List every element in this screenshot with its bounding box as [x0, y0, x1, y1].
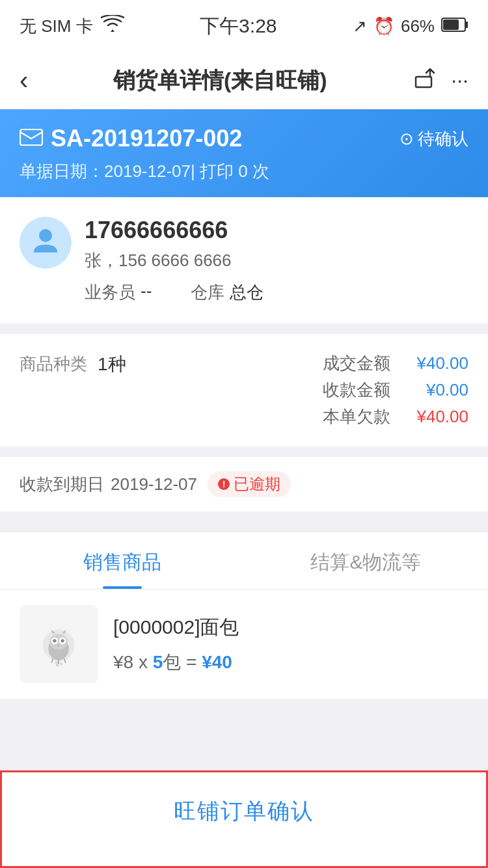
battery-text: 66% [401, 16, 435, 36]
confirm-button-wrapper: 旺铺订单确认 [0, 770, 488, 868]
location-icon: ↗ [353, 16, 367, 36]
battery-icon [441, 16, 468, 36]
order-status: ⊙ 待确认 [400, 128, 468, 150]
nav-bar: ‹ 销货单详情(来自旺铺) ··· [0, 52, 488, 109]
status-time: 下午3:28 [200, 13, 277, 40]
product-info: [0000002]面包 ¥8 x 5包 = ¥40 [113, 614, 468, 675]
customer-details: 17666666666 张，156 6666 6666 业务员 -- 仓库 总仓 [85, 217, 468, 304]
product-type-section: 商品种类 1种 [20, 352, 126, 377]
svg-rect-2 [443, 20, 459, 30]
order-header: SA-20191207-002 ⊙ 待确认 单据日期：2019-12-07| 打… [0, 109, 488, 197]
avatar-icon [30, 224, 61, 262]
customer-name: 张，156 6666 6666 [85, 249, 468, 272]
debt-amount-row: 本单欠款 ¥40.00 [323, 405, 468, 428]
overdue-icon: ! [218, 478, 230, 490]
status-bar: 无 SIM 卡 下午3:28 ↗ ⏰ 66% [0, 0, 488, 52]
customer-meta: 业务员 -- 仓库 总仓 [85, 281, 468, 304]
product-name: [0000002]面包 [113, 614, 468, 641]
amounts-section: 成交金额 ¥40.00 收款金额 ¥0.00 本单欠款 ¥40.00 [323, 352, 468, 428]
wifi-icon [101, 15, 124, 38]
product-price: ¥8 x 5包 = ¥40 [113, 650, 468, 675]
divider-2 [0, 446, 488, 457]
customer-card: 17666666666 张，156 6666 6666 业务员 -- 仓库 总仓 [0, 197, 488, 323]
tab-settlement-logistics[interactable]: 结算&物流等 [244, 532, 488, 589]
due-date-label: 收款到期日 [20, 473, 104, 496]
due-date-card: 收款到期日 2019-12-07 ! 已逾期 [0, 457, 488, 511]
confirm-order-button[interactable]: 旺铺订单确认 [21, 783, 467, 840]
due-date-value: 2019-12-07 [111, 474, 197, 495]
svg-rect-1 [465, 21, 468, 28]
order-date: 单据日期：2019-12-07| 打印 0 次 [20, 160, 468, 183]
tabs: 销售商品 结算&物流等 [0, 532, 488, 590]
summary-card: 商品种类 1种 成交金额 ¥40.00 收款金额 ¥0.00 本单欠款 ¥40.… [0, 334, 488, 446]
svg-rect-4 [20, 129, 42, 145]
alarm-icon: ⏰ [373, 16, 394, 36]
divider-1 [0, 323, 488, 334]
svg-text:管+: 管+ [55, 661, 63, 667]
order-number: SA-20191207-002 [20, 125, 242, 152]
svg-point-11 [53, 639, 56, 642]
product-thumbnail: 管+ [20, 605, 98, 683]
nav-right: ··· [412, 66, 468, 95]
sim-text: 无 SIM 卡 [20, 15, 93, 38]
tab-sales-products[interactable]: 销售商品 [0, 532, 244, 589]
customer-phone: 17666666666 [85, 217, 468, 244]
salesperson-field: 业务员 -- [85, 281, 152, 304]
status-clock-icon: ⊙ [400, 129, 414, 149]
nav-left: ‹ [20, 66, 28, 95]
product-list: 管+ [0000002]面包 ¥8 x 5包 = ¥40 [0, 590, 488, 699]
overdue-badge: ! 已逾期 [208, 471, 291, 497]
status-left: 无 SIM 卡 [20, 15, 124, 38]
product-item: 管+ [0000002]面包 ¥8 x 5包 = ¥40 [0, 590, 488, 699]
warehouse-field: 仓库 总仓 [191, 281, 264, 304]
svg-rect-3 [416, 77, 431, 87]
back-button[interactable]: ‹ [20, 66, 28, 95]
divider-3 [0, 511, 488, 522]
status-right: ↗ ⏰ 66% [353, 16, 468, 36]
deal-amount-row: 成交金额 ¥40.00 [323, 352, 468, 375]
more-button[interactable]: ··· [451, 68, 468, 92]
avatar [20, 217, 72, 269]
svg-point-5 [39, 229, 52, 242]
page-title: 销货单详情(来自旺铺) [113, 66, 327, 96]
inbox-icon [20, 125, 43, 152]
share-icon[interactable] [412, 66, 435, 95]
svg-point-12 [61, 639, 64, 642]
receipt-amount-row: 收款金额 ¥0.00 [323, 379, 468, 401]
